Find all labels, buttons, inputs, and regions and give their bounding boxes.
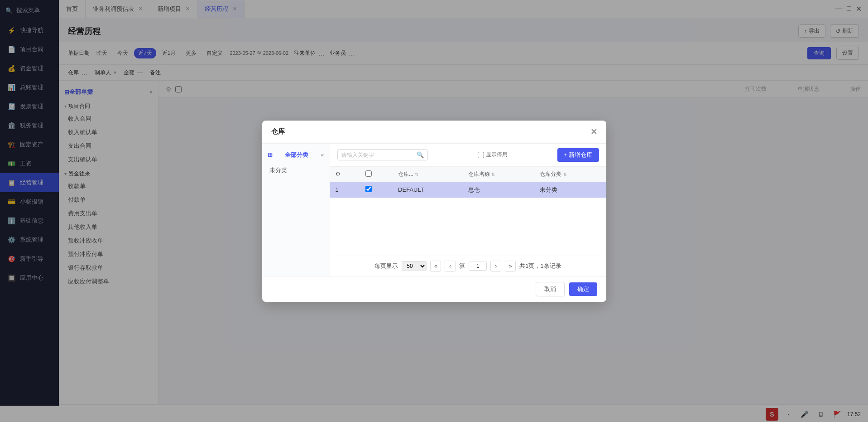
modal-per-page-label: 每页显示 bbox=[374, 262, 398, 270]
modal-sidebar: ⊞ 全部分类 « 未分类 bbox=[262, 144, 330, 276]
sort-icon-name: ⇅ bbox=[491, 172, 495, 177]
all-categories-label: 全部分类 bbox=[285, 151, 308, 159]
add-warehouse-button[interactable]: + 新增仓库 bbox=[557, 148, 599, 162]
col-warehouse-name: 仓库名称 ⇅ bbox=[463, 167, 534, 182]
modal-last-page[interactable]: » bbox=[505, 261, 516, 272]
modal-page-label: 算 bbox=[459, 262, 465, 270]
modal-per-page-select[interactable]: 50 100 bbox=[402, 261, 427, 271]
confirm-button[interactable]: 确定 bbox=[569, 282, 597, 296]
row-name-1: 总仓 bbox=[463, 182, 534, 198]
modal-close-button[interactable]: ✕ bbox=[590, 127, 597, 137]
modal-table: ⚙ 仓库... ⇅ 仓库名称 ⇅ bbox=[330, 167, 606, 256]
modal-header: 仓库 ✕ bbox=[262, 121, 606, 144]
modal-actions: 取消 确定 bbox=[262, 276, 606, 302]
table-select-all[interactable] bbox=[365, 170, 372, 177]
modal-pagination: 每页显示 50 100 « ‹ 算 › » 共1页，1条记录 bbox=[330, 256, 606, 276]
row-category-1: 未分类 bbox=[534, 182, 606, 198]
modal-overlay: 仓库 ✕ ⊞ 全部分类 « 未分类 bbox=[0, 0, 868, 422]
modal-search-input[interactable] bbox=[341, 152, 414, 158]
table-row[interactable]: 1 DEFAULT 总仓 未分类 bbox=[330, 182, 606, 198]
uncategorized-label: 未分类 bbox=[269, 167, 287, 174]
all-categories-icon: ⊞ bbox=[268, 151, 273, 158]
settings-col-icon: ⚙ bbox=[336, 171, 340, 177]
modal-total-text: 共1页，1条记录 bbox=[519, 262, 561, 270]
show-disabled-label: 显示停用 bbox=[486, 151, 508, 159]
row-checkbox-1[interactable] bbox=[360, 182, 393, 198]
show-disabled-checkbox[interactable] bbox=[478, 152, 484, 158]
modal-search-box[interactable]: 🔍 bbox=[337, 149, 428, 160]
modal-sidebar-item-uncategorized[interactable]: 未分类 bbox=[262, 163, 330, 178]
cancel-button[interactable]: 取消 bbox=[536, 282, 565, 296]
sort-icon-code: ⇅ bbox=[415, 172, 418, 177]
col-warehouse-category: 仓库分类 ⇅ bbox=[534, 167, 606, 182]
modal-content: 🔍 显示停用 + 新增仓库 ⚙ bbox=[330, 144, 606, 276]
col-warehouse-code: 仓库... ⇅ bbox=[393, 167, 463, 182]
modal-title: 仓库 bbox=[271, 127, 285, 136]
row-code-1: DEFAULT bbox=[393, 182, 463, 198]
col-checkbox bbox=[360, 167, 393, 182]
search-icon: 🔍 bbox=[417, 151, 424, 158]
modal-sidebar-header[interactable]: ⊞ 全部分类 « bbox=[262, 147, 330, 163]
modal-toolbar: 🔍 显示停用 + 新增仓库 bbox=[330, 144, 606, 167]
modal-first-page[interactable]: « bbox=[430, 261, 441, 272]
warehouse-modal: 仓库 ✕ ⊞ 全部分类 « 未分类 bbox=[262, 121, 606, 302]
table-header-row: ⚙ 仓库... ⇅ 仓库名称 ⇅ bbox=[330, 167, 606, 182]
row-id-1: 1 bbox=[330, 182, 360, 198]
modal-body: ⊞ 全部分类 « 未分类 🔍 显示停用 bbox=[262, 144, 606, 276]
show-disabled-toggle: 显示停用 bbox=[478, 151, 508, 159]
sort-icon-category: ⇅ bbox=[563, 172, 567, 177]
modal-sidebar-collapse[interactable]: « bbox=[321, 152, 324, 158]
modal-next-page[interactable]: › bbox=[490, 261, 501, 272]
col-settings[interactable]: ⚙ bbox=[330, 167, 360, 182]
modal-prev-page[interactable]: ‹ bbox=[445, 261, 456, 272]
modal-page-number[interactable] bbox=[469, 262, 487, 271]
